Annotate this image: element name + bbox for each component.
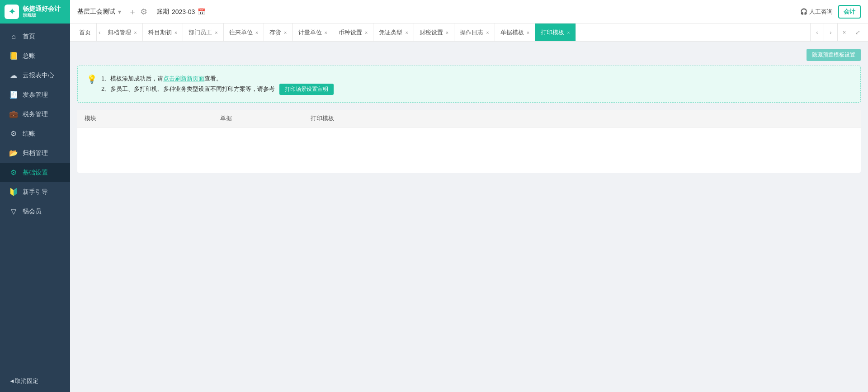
column-print-template: 打印模板: [303, 110, 861, 127]
notice-box: 💡 1、模板添加成功后，请点击刷新新页面查看。 2、多员工、多打印机、多种业务类…: [77, 66, 861, 103]
content-area: 隐藏预置模板设置 💡 1、模板添加成功后，请点击刷新新页面查看。 2、多员工、多…: [70, 42, 868, 392]
tab-department[interactable]: 部门员工 ×: [183, 24, 223, 42]
sidebar-item-reports[interactable]: ☁ 云报表中心: [0, 66, 70, 85]
tab-inventory[interactable]: 存货 ×: [264, 24, 292, 42]
column-document: 单据: [213, 110, 303, 127]
logo-text: 畅捷通好会计: [23, 5, 61, 13]
tab-tax-setting-label: 财税设置: [420, 28, 443, 37]
tax-icon: 💼: [9, 110, 18, 118]
sidebar-item-tax[interactable]: 💼 税务管理: [0, 104, 70, 124]
sidebar-label-archive: 归档管理: [23, 149, 48, 157]
sidebar-label-ledger: 总账: [23, 52, 35, 60]
tab-voucher-type-label: 凭证类型: [379, 28, 402, 37]
sidebar-item-archive[interactable]: 📂 归档管理: [0, 143, 70, 163]
notice-bulb-icon: 💡: [87, 74, 97, 84]
tab-close-tax-setting[interactable]: ×: [446, 30, 448, 35]
notice-line2-prefix: 2、多员工、多打印机、多种业务类型设置不同打印方案等，请参考: [101, 85, 275, 92]
tab-nav-buttons: ‹ › × ⤢: [810, 24, 864, 42]
notice-line1-suffix: 查看。: [204, 75, 222, 82]
tab-department-label: 部门员工: [189, 28, 212, 37]
tab-voucher-type[interactable]: 凭证类型 ×: [373, 24, 414, 42]
sidebar-nav: ⌂ 首页 📒 总账 ☁ 云报表中心 🧾 发票管理 💼 税务管理 ⚙ 结账 📂 归…: [0, 24, 70, 370]
sidebar-item-guide[interactable]: 🔰 新手引导: [0, 182, 70, 202]
sidebar-label-basic: 基础设置: [23, 169, 48, 177]
tab-currency-label: 币种设置: [339, 28, 362, 37]
tab-close-single-template[interactable]: ×: [527, 30, 529, 35]
tab-close-archive-mgmt[interactable]: ×: [134, 30, 137, 35]
member-icon: ▽: [9, 207, 18, 216]
sidebar-item-settle[interactable]: ⚙ 结账: [0, 124, 70, 143]
sidebar-item-basic[interactable]: ⚙ 基础设置: [0, 163, 70, 182]
tab-close-subject-init[interactable]: ×: [175, 30, 177, 35]
tab-home-label: 首页: [79, 28, 91, 37]
table-body: [77, 128, 861, 173]
kuaiji-button[interactable]: 会计: [838, 5, 861, 19]
tab-tax-setting[interactable]: 财税设置 ×: [414, 24, 454, 42]
period-selector[interactable]: 账期 2023-03 📅: [156, 8, 205, 16]
topbar-actions: ＋ ⚙: [128, 6, 147, 17]
basic-icon: ⚙: [9, 168, 18, 177]
tab-close-currency[interactable]: ×: [365, 30, 368, 35]
invoice-icon: 🧾: [9, 90, 18, 99]
tab-measure-unit-label: 计量单位: [298, 28, 322, 37]
print-scene-explain-button[interactable]: 打印场景设置宣明: [279, 84, 334, 95]
tab-subject-init[interactable]: 科目期初 ×: [143, 24, 183, 42]
project-dropdown-icon: ▾: [118, 8, 121, 15]
tab-subject-init-label: 科目期初: [148, 28, 172, 37]
tab-archive-mgmt[interactable]: 归档管理 ×: [102, 24, 142, 42]
sidebar-item-invoice[interactable]: 🧾 发票管理: [0, 85, 70, 104]
tab-close-measure-unit[interactable]: ×: [325, 30, 327, 35]
tab-currency[interactable]: 币种设置 ×: [333, 24, 373, 42]
sidebar-label-invoice: 发票管理: [23, 91, 48, 99]
settings-icon[interactable]: ⚙: [140, 7, 147, 17]
print-template-table: 模块 单据 打印模板: [77, 110, 861, 173]
tab-scroll-right-button[interactable]: ›: [824, 24, 837, 42]
tab-supplier[interactable]: 往来单位 ×: [224, 24, 264, 42]
settle-icon: ⚙: [9, 129, 18, 138]
calendar-icon: 📅: [198, 8, 205, 15]
sidebar-unpin-button[interactable]: ◄取消固定: [0, 370, 70, 392]
archive-icon: 📂: [9, 149, 18, 157]
tab-close-supplier[interactable]: ×: [255, 30, 258, 35]
hide-template-button[interactable]: 隐藏预置模板设置: [807, 49, 861, 61]
reports-icon: ☁: [9, 71, 18, 80]
tab-single-template[interactable]: 单据模板 ×: [495, 24, 535, 42]
tab-print-template-label: 打印模板: [541, 28, 564, 37]
period-value: 2023-03: [172, 8, 195, 15]
sidebar-label-tax: 税务管理: [23, 110, 48, 118]
project-selector[interactable]: 基层工会测试 ▾: [77, 8, 121, 16]
sidebar-item-ledger[interactable]: 📒 总账: [0, 46, 70, 66]
notice-line1: 1、模板添加成功后，请点击刷新新页面查看。: [101, 73, 334, 84]
table-header: 模块 单据 打印模板: [77, 110, 861, 128]
sidebar-label-member: 畅会员: [23, 208, 42, 216]
home-icon: ⌂: [9, 33, 18, 41]
tab-expand-button[interactable]: ⤢: [851, 24, 864, 42]
tab-close-inventory[interactable]: ×: [284, 30, 287, 35]
tab-archive-mgmt-label: 归档管理: [108, 28, 131, 37]
tab-supplier-label: 往来单位: [229, 28, 253, 37]
notice-line1-prefix: 1、模板添加成功后，请: [101, 75, 163, 82]
unpin-label: ◄取消固定: [9, 377, 38, 385]
add-project-icon[interactable]: ＋: [128, 6, 137, 17]
tab-single-template-label: 单据模板: [500, 28, 524, 37]
help-button[interactable]: 🎧 人工咨询: [800, 8, 833, 16]
tab-op-log[interactable]: 操作日志 ×: [454, 24, 495, 42]
tab-print-template[interactable]: 打印模板 ×: [535, 24, 576, 42]
notice-refresh-link[interactable]: 点击刷新新页面: [163, 75, 204, 82]
tab-close-print-template[interactable]: ×: [567, 30, 570, 35]
tab-chevron-left[interactable]: ‹: [97, 29, 102, 36]
tab-scroll-left-button[interactable]: ‹: [810, 24, 824, 42]
sidebar: ✦ 畅捷通好会计 旗舰版 ⌂ 首页 📒 总账 ☁ 云报表中心 🧾 发票管理 💼 …: [0, 0, 70, 392]
tab-measure-unit[interactable]: 计量单位 ×: [293, 24, 333, 42]
topbar: 基层工会测试 ▾ ＋ ⚙ 账期 2023-03 📅 🎧 人工咨询 会计: [70, 0, 868, 24]
hide-template-row: 隐藏预置模板设置: [77, 49, 861, 61]
period-label: 账期: [156, 8, 169, 16]
tab-home[interactable]: 首页: [74, 24, 97, 42]
tab-close-department[interactable]: ×: [215, 30, 217, 35]
tab-close-all-button[interactable]: ×: [837, 24, 851, 42]
sidebar-item-home[interactable]: ⌂ 首页: [0, 27, 70, 46]
sidebar-item-member[interactable]: ▽ 畅会员: [0, 202, 70, 221]
main-area: 基层工会测试 ▾ ＋ ⚙ 账期 2023-03 📅 🎧 人工咨询 会计 首页 ‹…: [70, 0, 868, 392]
tab-close-op-log[interactable]: ×: [486, 30, 489, 35]
tab-close-voucher-type[interactable]: ×: [405, 30, 408, 35]
